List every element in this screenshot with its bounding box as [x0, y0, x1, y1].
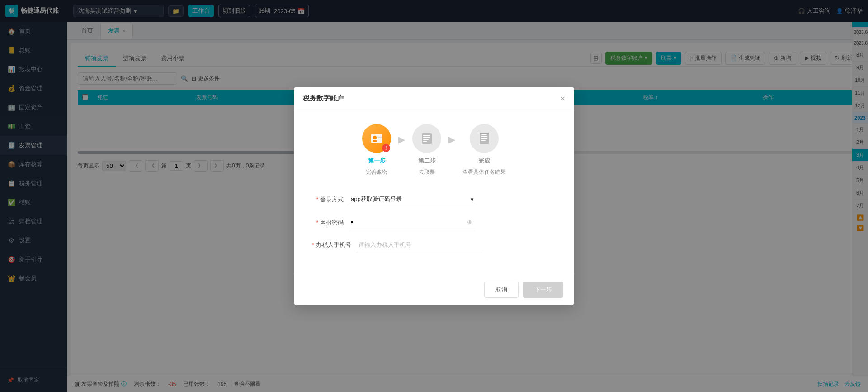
- step-2-label: 第二步: [418, 157, 436, 165]
- step-1: ! 第一步 完善账密: [362, 124, 391, 176]
- modal-header: 税务数字账户 ×: [294, 87, 574, 110]
- step-1-icon: !: [362, 124, 391, 153]
- cancel-button[interactable]: 取消: [484, 282, 519, 298]
- password-field: * 网报密码 👁: [312, 215, 556, 229]
- password-label: * 网报密码: [312, 219, 344, 227]
- svg-rect-8: [423, 139, 429, 140]
- step-1-label: 第一步: [368, 157, 386, 165]
- login-method-value: app获取验证码登录: [351, 195, 402, 203]
- svg-rect-7: [423, 137, 430, 138]
- login-method-select[interactable]: app获取验证码登录 ▾: [349, 192, 476, 206]
- step-2-desc: 去取票: [419, 168, 435, 176]
- svg-rect-12: [481, 136, 487, 137]
- phone-input[interactable]: [357, 239, 483, 251]
- select-chevron-icon: ▾: [471, 196, 474, 203]
- step-1-badge: !: [382, 144, 390, 152]
- phone-label: * 办税人手机号: [312, 241, 351, 249]
- modal-body: ! 第一步 完善账密 ▶: [294, 110, 574, 274]
- required-star-2: *: [316, 219, 318, 226]
- modal-close-button[interactable]: ×: [560, 95, 565, 103]
- login-method-label: * 登录方式: [312, 196, 344, 204]
- phone-field: * 办税人手机号: [312, 239, 556, 251]
- step-complete-icon: [470, 124, 499, 153]
- modal-footer: 取消 下一步: [294, 274, 574, 305]
- svg-point-1: [373, 136, 377, 139]
- required-star-3: *: [312, 241, 314, 248]
- login-method-field: * 登录方式 app获取验证码登录 ▾: [312, 192, 556, 206]
- svg-rect-6: [423, 135, 430, 136]
- step-complete: 完成 查看具体任务结果: [462, 124, 506, 176]
- step-2-icon: [412, 124, 441, 153]
- svg-rect-5: [422, 133, 432, 144]
- modal-overlay: 税务数字账户 × !: [0, 0, 868, 392]
- svg-rect-4: [378, 139, 381, 139]
- next-button[interactable]: 下一步: [523, 282, 563, 298]
- step-complete-label: 完成: [478, 157, 490, 165]
- step-arrow-1: ▶: [391, 134, 412, 145]
- svg-rect-14: [481, 140, 486, 141]
- modal-title: 税务数字账户: [303, 94, 344, 103]
- password-input[interactable]: [349, 215, 464, 229]
- svg-rect-2: [373, 140, 377, 142]
- eye-toggle-icon[interactable]: 👁: [464, 219, 476, 226]
- tax-account-modal: 税务数字账户 × !: [294, 87, 574, 305]
- step-complete-desc: 查看具体任务结果: [462, 168, 506, 176]
- step-1-desc: 完善账密: [366, 168, 387, 176]
- password-input-wrapper: 👁: [349, 215, 476, 229]
- svg-rect-11: [481, 134, 487, 135]
- svg-rect-9: [423, 141, 427, 142]
- svg-rect-3: [378, 137, 382, 138]
- required-star: *: [316, 196, 318, 203]
- steps-container: ! 第一步 完善账密 ▶: [312, 124, 556, 176]
- step-arrow-2: ▶: [441, 134, 462, 145]
- step-2: 第二步 去取票: [412, 124, 441, 176]
- svg-rect-13: [481, 138, 487, 139]
